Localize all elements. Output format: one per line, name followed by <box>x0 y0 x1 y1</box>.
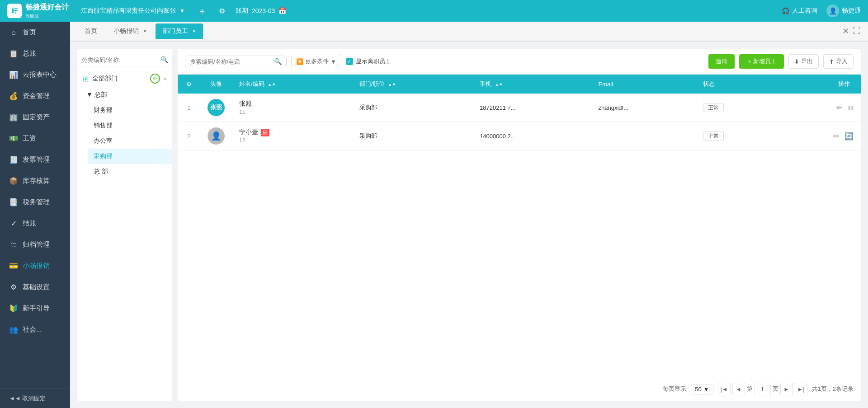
refresh-icon-2[interactable]: 🔄 <box>844 132 854 141</box>
next-page-btn[interactable]: ► <box>780 383 793 395</box>
close-window-icon[interactable]: ✕ <box>842 26 849 36</box>
cancel-fixed-btn[interactable]: ◄◄ 取消固定 <box>0 389 70 408</box>
salary-icon: 💵 <box>9 134 18 143</box>
filter-btn[interactable]: 🔽 更多条件 ▼ <box>291 55 341 68</box>
header-actions: ＋ ⚙ <box>196 5 228 17</box>
page-input[interactable] <box>755 383 771 395</box>
search-icon[interactable]: 🔍 <box>274 58 282 65</box>
search-input[interactable] <box>190 58 271 65</box>
last-page-btn[interactable]: ►| <box>795 383 807 395</box>
sort-arrows-phone: ▲▼ <box>495 83 503 87</box>
dept-edit-icon[interactable]: ✏ <box>150 74 160 84</box>
add-icon[interactable]: ＋ <box>196 5 208 17</box>
calendar-icon[interactable]: 📅 <box>278 7 286 14</box>
fund-icon: 💰 <box>9 92 18 100</box>
col-dept[interactable]: 部门/职位 ▲▼ <box>352 75 472 94</box>
sidebar-item-cloud-reports[interactable]: 📊 云报表中心 <box>0 64 70 85</box>
expand-window-icon[interactable]: ⛶ <box>853 26 861 36</box>
per-page-select[interactable]: 50 ▼ <box>691 384 713 394</box>
tab-home[interactable]: 首页 <box>77 23 104 39</box>
export-button[interactable]: ⬇ 导出 <box>788 54 819 69</box>
prev-page-btn[interactable]: ◄ <box>732 383 745 395</box>
settings-icon[interactable]: ⚙ <box>216 5 228 17</box>
sidebar-item-tax[interactable]: 📑 税务管理 <box>0 192 70 213</box>
dept-node-sales[interactable]: 销售部 <box>88 118 172 133</box>
sidebar-item-fixed-assets[interactable]: 🏢 固定资产 <box>0 107 70 128</box>
invite-button[interactable]: 邀请 <box>708 54 735 69</box>
dept-node-general[interactable]: 总 部 <box>88 164 172 179</box>
col-setting[interactable]: ⚙ <box>178 75 200 94</box>
tab-dept-emp[interactable]: 部门员工 × <box>156 23 203 39</box>
sidebar-item-guide[interactable]: 🔰 新手引导 <box>0 298 70 319</box>
social-icon: 👥 <box>9 325 18 334</box>
period-value[interactable]: 2023-03 <box>252 7 275 14</box>
tab-home-label: 首页 <box>85 27 97 35</box>
first-page-btn[interactable]: |◄ <box>718 383 731 395</box>
service-label: 人工咨询 <box>792 7 817 15</box>
dept-node-purchase[interactable]: 采购部 <box>88 149 172 164</box>
chart-icon: 📊 <box>9 70 18 79</box>
page-unit: 页 <box>773 385 778 393</box>
dept-node-office[interactable]: 办公室 <box>88 133 172 149</box>
table-row: 1 张照 张照 11 <box>178 94 861 122</box>
ying-badge: 应 <box>261 129 269 136</box>
page-content: 🔍 ⊞ 全部部门 ✏ « ▼ 总部 财务部 销售部 办公室 <box>70 42 868 408</box>
sidebar-item-salary[interactable]: 💵 工资 <box>0 128 70 149</box>
service-btn[interactable]: 🎧 人工咨询 <box>782 7 817 15</box>
period-section: 账期 2023-03 📅 <box>236 7 286 15</box>
sidebar-item-label: 结账 <box>23 219 36 228</box>
edit-icon-2[interactable]: ✏ <box>833 132 839 141</box>
avatar-zhang: 张照 <box>208 99 225 116</box>
dept-search-input[interactable] <box>82 56 158 63</box>
tabs-bar: 首页 小畅报销 × 部门员工 × ✕ ⛶ <box>70 22 868 42</box>
tab-dept-emp-close[interactable]: × <box>193 28 196 34</box>
dept-node-finance[interactable]: 财务部 <box>88 103 172 118</box>
show-left-check[interactable]: ✓ 显示离职员工 <box>346 57 391 66</box>
sidebar-item-label: 归档管理 <box>23 240 50 249</box>
company-name: 江西服宝精品有限责任公司内账张 <box>81 7 176 15</box>
row2-status: 正常 <box>696 122 779 150</box>
add-employee-button[interactable]: + 新增员工 <box>739 54 784 69</box>
all-dept-label: 全部部门 <box>92 75 118 83</box>
collapse-icon[interactable]: « <box>164 75 167 82</box>
edit-icon-1[interactable]: ✏ <box>836 103 842 112</box>
sidebar-item-label: 小畅报销 <box>23 262 50 270</box>
per-page-label: 每页显示 <box>663 385 686 393</box>
sidebar-item-invoice[interactable]: 🧾 发票管理 <box>0 149 70 170</box>
sidebar-item-home[interactable]: ⌂ 首页 <box>0 22 70 43</box>
home-icon: ⌂ <box>9 28 18 37</box>
user-name: 畅捷通 <box>842 7 861 15</box>
filter-icon: 🔽 <box>296 58 303 65</box>
content-area: 首页 小畅报销 × 部门员工 × ✕ ⛶ 🔍 <box>70 22 868 408</box>
sidebar-item-social[interactable]: 👥 社会... <box>0 319 70 340</box>
sidebar-item-basic-settings[interactable]: ⚙ 基础设置 <box>0 277 70 298</box>
app-sub: 旗舰版 <box>25 13 69 19</box>
sidebar-item-archive[interactable]: 🗂 归档管理 <box>0 234 70 255</box>
sidebar-item-expense[interactable]: 💳 小畅报销 <box>0 255 70 277</box>
dept-all-row[interactable]: ⊞ 全部部门 ✏ « <box>77 70 172 87</box>
page-nav: |◄ ◄ 第 页 ► ►| <box>718 383 807 395</box>
period-label: 账期 <box>236 7 248 15</box>
search-box: 🔍 <box>185 56 287 67</box>
col-phone[interactable]: 手机 ▲▼ <box>472 75 591 94</box>
cancel-fixed-label: ◄◄ 取消固定 <box>9 394 46 403</box>
sidebar-item-fund-management[interactable]: 💰 资金管理 <box>0 85 70 107</box>
table-panel: 🔍 🔽 更多条件 ▼ ✓ 显示离职员工 邀请 <box>178 49 861 401</box>
sidebar-item-label: 库存核算 <box>23 177 50 185</box>
col-name[interactable]: 姓名/编码 ▲▼ <box>232 75 352 94</box>
user-area[interactable]: 👤 畅捷通 <box>826 5 861 17</box>
dept-tree: ▼ 总部 财务部 销售部 办公室 采购部 总 部 <box>77 87 172 179</box>
tab-expense-close[interactable]: × <box>143 28 146 34</box>
sidebar-item-general-ledger[interactable]: 📋 总账 <box>0 43 70 64</box>
row1-actions: ✏ ⊖ <box>779 94 861 122</box>
company-selector[interactable]: 江西服宝精品有限责任公司内账张 ▼ <box>77 5 189 17</box>
logout-icon-1[interactable]: ⊖ <box>848 103 854 112</box>
dept-node-zongbu[interactable]: ▼ 总部 <box>81 87 172 103</box>
sidebar-item-label: 资金管理 <box>23 92 50 100</box>
sidebar-item-inventory[interactable]: 📦 库存核算 <box>0 170 70 192</box>
import-button[interactable]: ⬆ 导入 <box>823 54 854 69</box>
search-icon[interactable]: 🔍 <box>160 56 168 63</box>
pagination: 每页显示 50 ▼ |◄ ◄ 第 页 ► ►| 共1页，2条记录 <box>178 377 861 401</box>
tab-expense[interactable]: 小畅报销 × <box>106 23 154 39</box>
sidebar-item-closing[interactable]: ✓ 结账 <box>0 213 70 234</box>
